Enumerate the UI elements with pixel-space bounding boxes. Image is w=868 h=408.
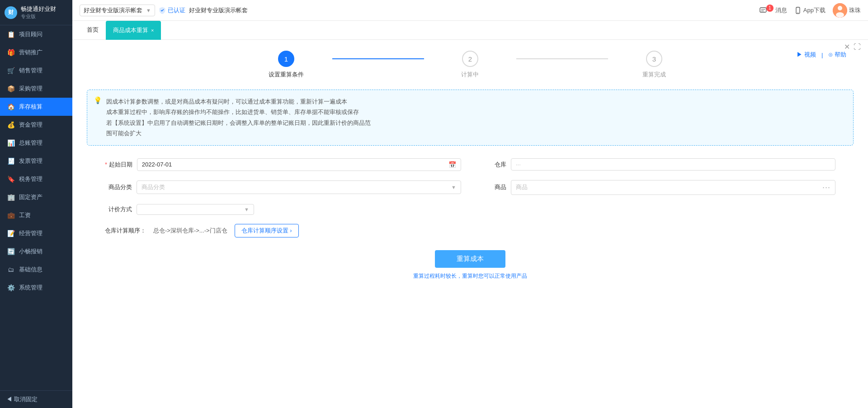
steps-wizard: 1 设置重算条件 2 计算中 3 重算完成 <box>240 51 700 79</box>
step-connector-2-3 <box>516 58 609 59</box>
category-field: 商品分类 商品分类 ▼ <box>105 180 461 194</box>
sidebar-item-basic[interactable]: 🗂 基础信息 <box>0 261 72 279</box>
step-3: 3 重算完成 <box>608 51 700 79</box>
goods-label: 商品 <box>479 183 506 191</box>
sidebar-item-assets[interactable]: 🏢 固定资产 <box>0 188 72 206</box>
tab-close-icon[interactable]: × <box>151 28 154 33</box>
topbar-right: 1 消息 App下载 珠珠 <box>759 3 861 18</box>
sidebar-item-label: 小畅报销 <box>19 247 42 256</box>
tab-home-label: 首页 <box>87 26 99 34</box>
finance-icon: 💰 <box>6 121 15 128</box>
step-3-label: 重算完成 <box>642 71 666 79</box>
sidebar-item-accounting[interactable]: 📊 总账管理 <box>0 134 72 152</box>
warehouse-field: 仓库 ··· <box>479 158 835 171</box>
category-label: 商品分类 <box>105 183 132 191</box>
account-selector[interactable]: 好业财专业版演示帐套 ▼ <box>80 5 155 16</box>
warehouse-input[interactable]: ··· <box>511 158 835 171</box>
app-download-label: App下载 <box>803 6 826 14</box>
sidebar-item-label: 销售管理 <box>19 66 42 75</box>
category-select[interactable]: 商品分类 ▼ <box>137 180 461 194</box>
unpin-sidebar-button[interactable]: ◀ 取消固定 <box>0 390 72 408</box>
step-2: 2 计算中 <box>424 51 516 79</box>
sidebar-item-label: 固定资产 <box>19 193 42 201</box>
sidebar-item-label: 营销推广 <box>19 48 42 57</box>
system-icon: ⚙️ <box>6 284 15 291</box>
sidebar-item-label: 库存核算 <box>19 103 42 111</box>
svg-point-2 <box>797 12 798 13</box>
video-link[interactable]: ▶ 视频 <box>797 51 816 59</box>
sidebar-item-finance[interactable]: 💰 资金管理 <box>0 116 72 134</box>
content-area: ✕ ⛶ ▶ 视频 | ⊙ 帮助 1 设置重算条件 2 计算中 3 重算完成 <box>72 40 868 408</box>
price-method-label: 计价方式 <box>105 205 132 213</box>
sidebar-item-system[interactable]: ⚙️ 系统管理 <box>0 279 72 297</box>
sidebar-item-label: 发票管理 <box>19 157 42 165</box>
recalc-submit-button[interactable]: 重算成本 <box>435 250 505 268</box>
help-link[interactable]: ⊙ 帮助 <box>828 51 846 59</box>
expand-window-button[interactable]: ⛶ <box>854 43 861 51</box>
recalc-form: * 起始日期 2022-07-01 📅 仓库 ··· 商品分类 <box>87 158 854 237</box>
user-avatar-button[interactable]: 珠珠 <box>833 3 861 18</box>
sidebar-item-sales[interactable]: 🛒 销售管理 <box>0 62 72 80</box>
payroll-icon: 💼 <box>6 212 15 219</box>
topbar-left: 好业财专业版演示帐套 ▼ 已认证 好业财专业版演示帐套 <box>80 5 248 16</box>
chevron-down-icon: ▼ <box>244 207 249 212</box>
topbar: 好业财专业版演示帐套 ▼ 已认证 好业财专业版演示帐套 1 消息 <box>72 0 868 21</box>
logo-icon: 财 <box>5 6 17 19</box>
message-button[interactable]: 1 消息 <box>759 6 787 14</box>
expense-icon: 🔄 <box>6 248 15 255</box>
sidebar-item-label: 采购管理 <box>19 85 42 93</box>
main-area: 好业财专业版演示帐套 ▼ 已认证 好业财专业版演示帐套 1 消息 <box>72 0 868 408</box>
purchase-icon: 📦 <box>6 85 15 92</box>
inventory-icon: 🏠 <box>6 103 15 110</box>
marketing-icon: 🎁 <box>6 49 15 56</box>
tax-icon: 🔖 <box>6 176 15 183</box>
tab-home[interactable]: 首页 <box>80 21 106 40</box>
price-method-select[interactable]: ▼ <box>137 204 254 215</box>
step-3-circle: 3 <box>646 51 662 67</box>
sidebar-item-label: 基础信息 <box>19 266 42 274</box>
sidebar-item-tax[interactable]: 🔖 税务管理 <box>0 170 72 188</box>
form-row-1: * 起始日期 2022-07-01 📅 仓库 ··· <box>105 158 835 171</box>
sidebar-item-marketing[interactable]: 🎁 营销推广 <box>0 43 72 62</box>
start-date-input[interactable]: 2022-07-01 📅 <box>137 158 461 171</box>
sidebar-item-inventory[interactable]: 🏠 库存核算 <box>0 98 72 116</box>
goods-field: 商品 商品 ··· <box>479 180 835 195</box>
sidebar-item-project[interactable]: 📋 项目顾问 <box>0 25 72 43</box>
management-icon: 📝 <box>6 230 15 237</box>
price-method-field: 计价方式 ▼ <box>105 204 461 215</box>
sidebar-item-expense[interactable]: 🔄 小畅报销 <box>0 242 72 261</box>
category-placeholder: 商品分类 <box>142 183 165 191</box>
tabs-bar: 首页 商品成本重算 × <box>72 21 868 40</box>
assets-icon: 🏢 <box>6 194 15 201</box>
goods-input[interactable]: 商品 ··· <box>511 180 835 195</box>
notification-badge: 1 <box>766 5 774 12</box>
account-name: 好业财专业版演示帐套 <box>84 6 142 14</box>
sidebar-item-payroll[interactable]: 💼 工资 <box>0 206 72 224</box>
sidebar-item-purchase[interactable]: 📦 采购管理 <box>0 80 72 98</box>
sidebar: 财 畅捷通好业财 专业版 📋 项目顾问 🎁 营销推广 🛒 销售管理 📦 采购管理… <box>0 0 72 408</box>
calc-order-row: 仓库计算顺序： 总仓->深圳仓库->...->门店仓 仓库计算顺序设置 › <box>105 224 835 237</box>
verified-account-name: 好业财专业版演示帐套 <box>189 6 248 14</box>
unpin-label: ◀ 取消固定 <box>6 395 38 403</box>
step-connector-1-2 <box>332 58 425 59</box>
verified-text: 已认证 <box>168 6 185 14</box>
info-icon: 💡 <box>94 96 102 104</box>
step-2-circle: 2 <box>462 51 478 67</box>
tab-cost-recalc-label: 商品成本重算 <box>113 26 148 34</box>
app-download-button[interactable]: App下载 <box>794 6 826 14</box>
calc-order-settings-button[interactable]: 仓库计算顺序设置 › <box>235 224 299 237</box>
start-date-label: * 起始日期 <box>105 161 132 169</box>
close-window-button[interactable]: ✕ <box>844 43 850 51</box>
sidebar-item-label: 资金管理 <box>19 121 42 129</box>
sidebar-item-invoice[interactable]: 🧾 发票管理 <box>0 152 72 170</box>
warehouse-placeholder: ··· <box>516 161 521 168</box>
tab-cost-recalc[interactable]: 商品成本重算 × <box>106 21 161 40</box>
step-1-label: 设置重算条件 <box>269 71 304 79</box>
submit-hint: 重算过程耗时较长，重算时您可以正常使用产品 <box>87 272 854 280</box>
help-links: ▶ 视频 | ⊙ 帮助 <box>797 51 846 59</box>
sidebar-item-management[interactable]: 📝 经营管理 <box>0 224 72 242</box>
svg-rect-0 <box>760 8 766 12</box>
sidebar-item-label: 项目顾问 <box>19 30 42 38</box>
svg-point-4 <box>838 6 842 10</box>
help-separator: | <box>821 52 823 58</box>
